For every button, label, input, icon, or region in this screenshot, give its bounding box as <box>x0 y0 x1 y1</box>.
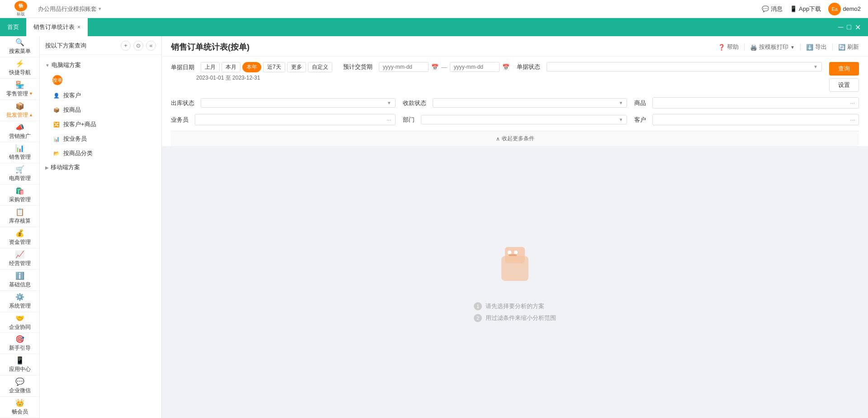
delivery-date-label: 预计交货期 <box>343 63 373 71</box>
help-btn[interactable]: ❓ 帮助 <box>718 43 739 51</box>
content-inner: 按以下方案查询 + ⊙ « ▼ 电脑端方案 <box>40 36 868 418</box>
sidebar-item-new-guide[interactable]: 🎯 新手引导 <box>0 333 39 354</box>
tree-item-by-salesperson-icon: 📊 <box>52 135 61 143</box>
sidebar-item-app-center[interactable]: 📱 应用中心 <box>0 354 39 375</box>
sidebar-item-membership[interactable]: 👑 畅会员 <box>0 397 39 418</box>
minimize-btn[interactable]: ─ <box>838 23 843 31</box>
sidebar-item-marketing[interactable]: 📣 营销推广 <box>0 121 39 142</box>
avatar: Ea <box>828 3 841 15</box>
basic-info-icon: ℹ️ <box>15 271 24 280</box>
date-btn-last-month[interactable]: 上月 <box>201 62 220 72</box>
sidebar-item-purchase[interactable]: 🛍️ 采购管理 <box>0 185 39 206</box>
out-status-select[interactable]: ▼ <box>201 98 396 108</box>
status-select[interactable]: ▼ <box>547 62 822 71</box>
wholesale-arrow-icon: ▲ <box>29 113 33 117</box>
topbar-right: 💬 消息 📱 App下载 Ea demo2 <box>762 3 861 15</box>
settings-btn[interactable]: 设置 <box>829 78 859 92</box>
export-icon: ⬇️ <box>806 44 813 51</box>
maximize-btn[interactable]: □ <box>847 23 851 31</box>
app-download-btn[interactable]: 📱 App下载 <box>790 5 821 13</box>
user-menu[interactable]: Ea demo2 <box>828 3 861 15</box>
left-panel: 按以下方案查询 + ⊙ « ▼ 电脑端方案 <box>40 36 162 418</box>
tree-item-by-customer-product[interactable]: 🔀 按客户+商品 <box>40 117 161 132</box>
sidebar-item-search-menu[interactable]: 🔍 搜索菜单 <box>0 36 39 57</box>
phone-icon: 📱 <box>790 5 797 12</box>
tree-item-by-order[interactable]: 按单 <box>40 72 161 88</box>
enterprise-wechat-icon: 💬 <box>15 377 24 386</box>
department-arrow-icon: ▼ <box>618 117 623 122</box>
divider2 <box>800 44 801 50</box>
collapse-up-icon: ∧ <box>496 136 500 142</box>
sidebar-item-operations[interactable]: 📈 经营管理 <box>0 248 39 270</box>
date-dash: — <box>441 64 447 71</box>
tree-group-pc[interactable]: ▼ 电脑端方案 <box>40 58 161 72</box>
salesperson-select[interactable]: ··· <box>195 114 396 125</box>
tree-item-by-product[interactable]: 📦 按商品 <box>40 103 161 117</box>
tree-group-mobile[interactable]: ▶ 移动端方案 <box>40 161 161 174</box>
salesperson-label: 业务员 <box>171 116 189 124</box>
sidebar-item-retail[interactable]: 🏪 零售管理 ▼ <box>0 79 39 100</box>
query-btn[interactable]: 查询 <box>829 62 859 76</box>
sidebar-item-cooperation[interactable]: 🤝 企业协同 <box>0 312 39 333</box>
template-print-btn[interactable]: 🖨️ 按模板打印 ▼ <box>750 43 795 51</box>
step-num-1: 1 <box>474 302 482 310</box>
delivery-date-end[interactable] <box>450 62 500 72</box>
customer-select[interactable]: ··· <box>652 114 859 125</box>
sidebar-item-finance[interactable]: 💰 资金管理 <box>0 227 39 248</box>
app-title[interactable]: 办公用品行业模拟账套 ▾ <box>38 5 101 13</box>
quick-nav-icon: ⚡ <box>15 59 24 68</box>
divider3 <box>832 44 833 50</box>
tabbar: 首页 销售订单统计表 × ─ □ ✕ <box>0 18 868 36</box>
product-more-dots[interactable]: ··· <box>850 100 855 106</box>
tab-close-btn[interactable]: × <box>77 24 80 30</box>
tree-item-by-product-icon: 📦 <box>52 106 61 114</box>
finance-icon: 💰 <box>15 229 24 238</box>
salesperson-more-dots[interactable]: ··· <box>387 116 392 123</box>
department-select[interactable]: ▼ <box>421 115 627 124</box>
customer-more-dots[interactable]: ··· <box>850 116 855 123</box>
page-title-bar: 销售订单统计表(按单) ❓ 帮助 🖨️ 按模板打印 ▼ <box>162 36 868 57</box>
scheme-settings-btn[interactable]: ⊙ <box>133 41 143 51</box>
sidebar-item-ecommerce[interactable]: 🛒 电商管理 <box>0 163 39 185</box>
tree-item-by-product-category[interactable]: 📂 按商品分类 <box>40 146 161 161</box>
left-panel-title: 按以下方案查询 <box>45 42 86 50</box>
message-btn[interactable]: 💬 消息 <box>762 5 783 13</box>
date-btn-custom[interactable]: 自定义 <box>308 62 332 72</box>
sidebar-item-inventory[interactable]: 📋 库存核算 <box>0 206 39 227</box>
payment-status-select[interactable]: ▼ <box>433 98 627 108</box>
main-layout: 🔍 搜索菜单 ⚡ 快捷导航 🏪 零售管理 ▼ 📦 批发管理 ▲ 📣 营销推广 <box>0 36 868 418</box>
collapse-filter-btn[interactable]: ∧ 收起更多条件 <box>171 131 859 146</box>
close-window-btn[interactable]: ✕ <box>855 23 861 32</box>
date-btn-more[interactable]: 更多 <box>287 62 306 72</box>
logo-circle: 畅 <box>14 1 27 11</box>
delivery-date-start[interactable] <box>379 62 429 72</box>
export-btn[interactable]: ⬇️ 导出 <box>806 43 827 51</box>
collapse-panel-btn[interactable]: « <box>146 41 156 51</box>
active-badge: 按单 <box>52 75 62 85</box>
add-scheme-btn[interactable]: + <box>121 41 131 51</box>
sidebar-item-enterprise-wechat[interactable]: 💬 企业微信 <box>0 375 39 397</box>
search-icon: 🔍 <box>15 38 24 47</box>
date-btn-this-month[interactable]: 本月 <box>222 62 241 72</box>
sidebar-item-system[interactable]: ⚙️ 系统管理 <box>0 291 39 312</box>
sidebar-item-sales[interactable]: 📊 销售管理 <box>0 142 39 163</box>
tab-home[interactable]: 首页 <box>0 18 26 36</box>
tree-item-by-customer[interactable]: 👤 按客户 <box>40 88 161 103</box>
sidebar-item-quick-nav[interactable]: ⚡ 快捷导航 <box>0 57 39 79</box>
product-filter-select[interactable]: ··· <box>652 97 859 109</box>
date-label: 单据日期 <box>171 63 194 71</box>
date-btn-7days[interactable]: 近7天 <box>263 62 285 72</box>
sidebar-item-basic-info[interactable]: ℹ️ 基础信息 <box>0 270 39 291</box>
sidebar: 🔍 搜索菜单 ⚡ 快捷导航 🏪 零售管理 ▼ 📦 批发管理 ▲ 📣 营销推广 <box>0 36 40 418</box>
mobile-expand-icon: ▶ <box>45 165 49 170</box>
cal-icon-end: 📅 <box>502 64 509 71</box>
sidebar-item-wholesale[interactable]: 📦 批发管理 ▲ <box>0 100 39 121</box>
new-guide-icon: 🎯 <box>15 335 24 343</box>
date-btn-this-year[interactable]: 本年 <box>242 62 261 72</box>
topbar-left: 畅 标版 办公用品行业模拟账套 ▾ <box>7 1 101 17</box>
payment-status-arrow-icon: ▼ <box>618 100 623 105</box>
refresh-btn[interactable]: 🔄 刷新 <box>838 43 859 51</box>
tree-item-by-salesperson[interactable]: 📊 按业务员 <box>40 132 161 146</box>
purchase-icon: 🛍️ <box>15 186 24 195</box>
tab-sales-order-stats[interactable]: 销售订单统计表 × <box>26 18 88 36</box>
